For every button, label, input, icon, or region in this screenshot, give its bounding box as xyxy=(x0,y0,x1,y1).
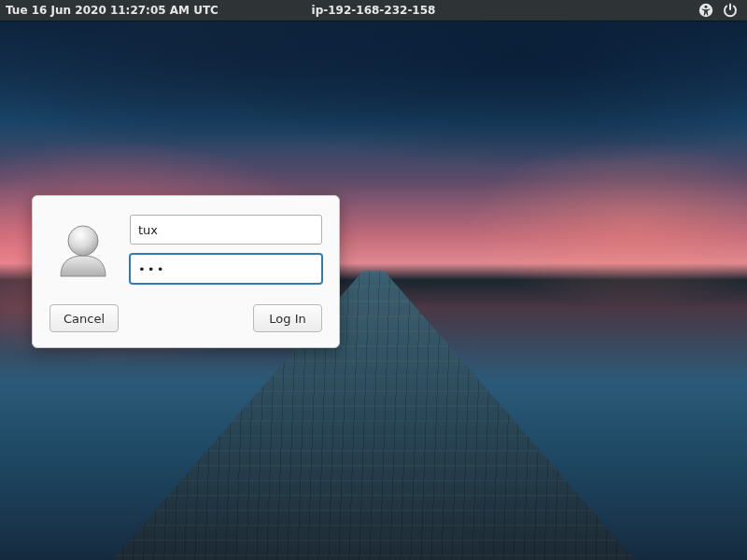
person-icon xyxy=(51,218,115,282)
login-panel: Cancel Log In xyxy=(32,195,340,348)
login-button-row: Cancel Log In xyxy=(49,304,322,332)
power-icon[interactable] xyxy=(723,3,738,18)
svg-point-2 xyxy=(68,226,98,256)
hostname-label: ip-192-168-232-158 xyxy=(312,4,436,17)
login-fields xyxy=(130,215,322,284)
login-form-row xyxy=(49,215,322,284)
top-bar-right xyxy=(698,3,741,18)
password-input[interactable] xyxy=(130,254,322,284)
svg-point-1 xyxy=(705,6,708,8)
accessibility-icon[interactable] xyxy=(698,3,713,18)
user-avatar xyxy=(49,215,117,282)
clock-label: Tue 16 Jun 2020 11:27:05 AM UTC xyxy=(6,4,218,17)
login-button[interactable]: Log In xyxy=(253,304,322,332)
top-bar: Tue 16 Jun 2020 11:27:05 AM UTC ip-192-1… xyxy=(0,0,747,21)
username-input[interactable] xyxy=(130,215,322,245)
cancel-button[interactable]: Cancel xyxy=(49,304,119,332)
